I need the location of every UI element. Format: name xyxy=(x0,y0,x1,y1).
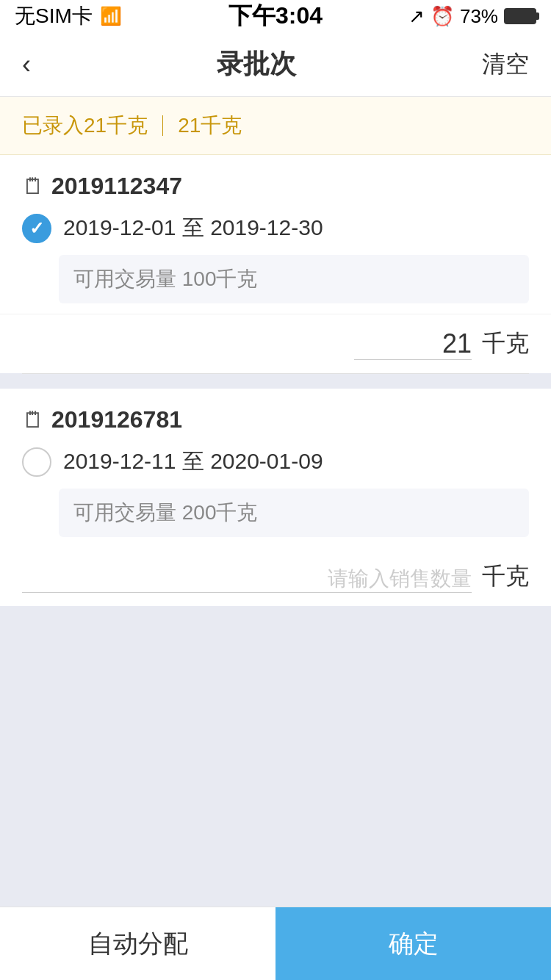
status-bar: 无SIM卡 📶 下午3:04 ↗ ⏰ 73% xyxy=(0,0,551,32)
batch-id-2: 2019126781 xyxy=(51,406,182,433)
wifi-icon: 📶 xyxy=(100,6,122,26)
qty-unit-1: 千克 xyxy=(482,328,529,360)
batch-header-1: 🗒 2019112347 xyxy=(0,155,551,207)
batch-date-row-1[interactable]: 2019-12-01 至 2019-12-30 xyxy=(0,207,551,249)
confirm-button[interactable]: 确定 xyxy=(276,907,551,980)
radio-2[interactable] xyxy=(22,447,51,477)
batch-date-1: 2019-12-01 至 2019-12-30 xyxy=(63,213,323,243)
qty-underline-2 xyxy=(22,561,472,593)
auto-distribute-button[interactable]: 自动分配 xyxy=(0,907,276,980)
carrier-text: 无SIM卡 xyxy=(15,2,93,30)
page-title: 录批次 xyxy=(217,46,296,82)
battery-text: 73% xyxy=(460,5,498,28)
batch-avail-2: 可用交易量 200千克 xyxy=(59,489,529,537)
batch-date-row-2[interactable]: 2019-12-11 至 2020-01-09 xyxy=(0,441,551,483)
back-button[interactable]: ‹ xyxy=(22,49,31,80)
batch-card-2: 🗒 2019126781 2019-12-11 至 2020-01-09 可用交… xyxy=(0,389,551,606)
status-time: 下午3:04 xyxy=(228,0,323,32)
qty-input-2[interactable] xyxy=(251,561,472,592)
radio-1[interactable] xyxy=(22,214,51,243)
content-area: 🗒 2019112347 2019-12-01 至 2019-12-30 可用交… xyxy=(0,155,551,980)
qty-row-2: 千克 xyxy=(0,547,551,606)
doc-icon-1: 🗒 xyxy=(22,174,44,199)
qty-input-1[interactable] xyxy=(354,328,472,359)
qty-unit-2: 千克 xyxy=(482,561,529,593)
location-icon: ↗ xyxy=(408,5,425,28)
batch-date-2: 2019-12-11 至 2020-01-09 xyxy=(63,447,323,477)
alarm-icon: ⏰ xyxy=(431,5,454,28)
recorded-amount: 已录入21千克 xyxy=(22,112,148,140)
batch-header-2: 🗒 2019126781 xyxy=(0,389,551,441)
batch-id-1: 2019112347 xyxy=(51,173,182,200)
clear-button[interactable]: 清空 xyxy=(482,48,529,81)
status-left: 无SIM卡 📶 xyxy=(15,2,122,30)
batch-card-1: 🗒 2019112347 2019-12-01 至 2019-12-30 可用交… xyxy=(0,155,551,373)
batch-avail-1: 可用交易量 100千克 xyxy=(59,255,529,303)
summary-divider xyxy=(162,115,163,136)
status-right: ↗ ⏰ 73% xyxy=(408,5,536,28)
total-amount: 21千克 xyxy=(178,112,242,140)
qty-row-1: 千克 xyxy=(0,314,551,373)
summary-bar: 已录入21千克 21千克 xyxy=(0,97,551,155)
empty-area xyxy=(0,606,551,915)
section-separator xyxy=(22,373,529,374)
doc-icon-2: 🗒 xyxy=(22,408,44,433)
nav-bar: ‹ 录批次 清空 xyxy=(0,32,551,97)
qty-underline-1 xyxy=(354,328,472,360)
battery-icon xyxy=(504,8,536,24)
bottom-bar: 自动分配 确定 xyxy=(0,907,551,980)
